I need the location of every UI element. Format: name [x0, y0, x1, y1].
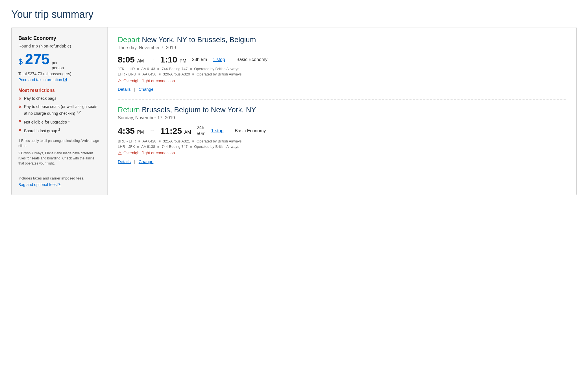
flight-divider — [118, 100, 566, 100]
return-arrive-time: 11:25 AM — [160, 126, 191, 136]
return-details-link[interactable]: Details — [118, 159, 131, 164]
restriction-list: ✕ Pay to check bags ✕ Pay to choose seat… — [18, 96, 101, 134]
depart-period: AM — [137, 59, 144, 63]
arrow-icon: → — [149, 128, 154, 134]
depart-action-links: Details | Change — [118, 87, 566, 92]
return-route-text: Brussels, Belgium to New York, NY — [142, 105, 256, 114]
return-label: Return — [118, 105, 140, 114]
separator: | — [134, 159, 135, 164]
page-title: Your trip summary — [11, 8, 577, 20]
warning-triangle-icon: ⚠ — [118, 78, 122, 83]
return-duration: 24h 50m — [197, 125, 205, 137]
left-panel: Basic Economy Round trip (Non-refundable… — [12, 27, 108, 195]
return-arrive-period: AM — [184, 130, 191, 135]
bottom-section: Includes taxes and carrier imposed fees.… — [18, 172, 101, 187]
price-amount: 275 — [25, 52, 50, 66]
depart-details-link[interactable]: Details — [118, 87, 131, 92]
per-person-label: perperson — [52, 60, 64, 70]
depart-flight-title: Depart New York, NY to Brussels, Belgium — [118, 35, 566, 44]
includes-text: Includes taxes and carrier imposed fees. — [18, 176, 101, 180]
depart-route-text: New York, NY to Brussels, Belgium — [142, 35, 256, 44]
return-overnight-warning: ⚠ Overnight flight or connection — [118, 150, 566, 156]
price-tax-link[interactable]: Price and tax information — [18, 77, 67, 82]
restrictions-title: Most restrictions — [18, 88, 101, 93]
return-cabin-class: Basic Economy — [235, 128, 266, 133]
return-segment1: BRU - LHR ■ AA 6428 ■ 321-Airbus A321 ■ … — [118, 139, 566, 143]
list-item: ✕ Board in last group 2 — [18, 127, 101, 134]
price-row: $ 275 perperson — [18, 52, 101, 70]
depart-date: Thursday, November 7, 2019 — [118, 45, 566, 50]
return-depart-time: 4:35 PM — [118, 126, 144, 136]
depart-flight-section: Depart New York, NY to Brussels, Belgium… — [118, 35, 566, 92]
arrow-icon: → — [149, 57, 154, 63]
arrive-period: PM — [180, 59, 186, 63]
depart-overnight-warning: ⚠ Overnight flight or connection — [118, 78, 566, 83]
depart-cabin-class: Basic Economy — [236, 57, 267, 62]
external-link-icon — [63, 78, 67, 81]
x-icon: ✕ — [18, 96, 22, 102]
list-item: ✕ Pay to choose seats (or we'll assign s… — [18, 104, 101, 116]
return-flight-section: Return Brussels, Belgium to New York, NY… — [118, 105, 566, 164]
list-item: ✕ Not eligible for upgrades 1 — [18, 118, 101, 125]
depart-segment1: JFK - LHR ■ AA 6143 ■ 744-Boeing 747 ■ O… — [118, 67, 566, 71]
footnote-2: 2 British Airways, Finnair and Iberia ha… — [18, 151, 101, 166]
fare-type-title: Basic Economy — [18, 35, 101, 41]
footnote-1: 1 Rules apply to all passengers includin… — [18, 138, 101, 148]
return-change-link[interactable]: Change — [139, 159, 154, 164]
depart-times-row: 8:05 AM → 1:10 PM 23h 5m 1 stop Basic Ec… — [118, 55, 566, 64]
separator: | — [134, 87, 135, 92]
x-icon: ✕ — [18, 104, 22, 110]
depart-segment2: LHR - BRU ■ AA 6456 ■ 320-Airbus A320 ■ … — [118, 72, 566, 76]
right-panel: Depart New York, NY to Brussels, Belgium… — [108, 27, 576, 195]
return-times-row: 4:35 PM → 11:25 AM 24h 50m 1 stop Basic … — [118, 125, 566, 137]
depart-stops-link[interactable]: 1 stop — [213, 57, 225, 62]
depart-time: 8:05 AM — [118, 55, 144, 64]
total-price: Total $274.73 (all passengers) — [18, 72, 101, 76]
return-flight-title: Return Brussels, Belgium to New York, NY — [118, 105, 566, 114]
return-date: Sunday, November 17, 2019 — [118, 115, 566, 120]
arrive-time: 1:10 PM — [160, 55, 186, 64]
depart-change-link[interactable]: Change — [139, 87, 154, 92]
external-link-icon — [58, 183, 61, 186]
trip-summary-card: Basic Economy Round trip (Non-refundable… — [11, 27, 577, 195]
depart-duration: 23h 5m — [192, 57, 207, 62]
x-icon: ✕ — [18, 127, 22, 133]
trip-type-label: Round trip (Non-refundable) — [18, 44, 101, 48]
return-segment2: LHR - JFK ■ AA 6138 ■ 744-Boeing 747 ■ O… — [118, 144, 566, 149]
depart-flight-header: Depart New York, NY to Brussels, Belgium… — [118, 35, 566, 50]
return-stops-link[interactable]: 1 stop — [211, 128, 224, 133]
warning-triangle-icon: ⚠ — [118, 150, 122, 156]
bag-fees-link[interactable]: Bag and optional fees — [18, 182, 61, 187]
depart-label: Depart — [118, 35, 140, 44]
price-symbol: $ — [18, 57, 23, 66]
x-icon: ✕ — [18, 119, 22, 124]
return-flight-header: Return Brussels, Belgium to New York, NY… — [118, 105, 566, 120]
list-item: ✕ Pay to check bags — [18, 96, 101, 102]
return-action-links: Details | Change — [118, 159, 566, 164]
return-depart-period: PM — [137, 130, 144, 135]
